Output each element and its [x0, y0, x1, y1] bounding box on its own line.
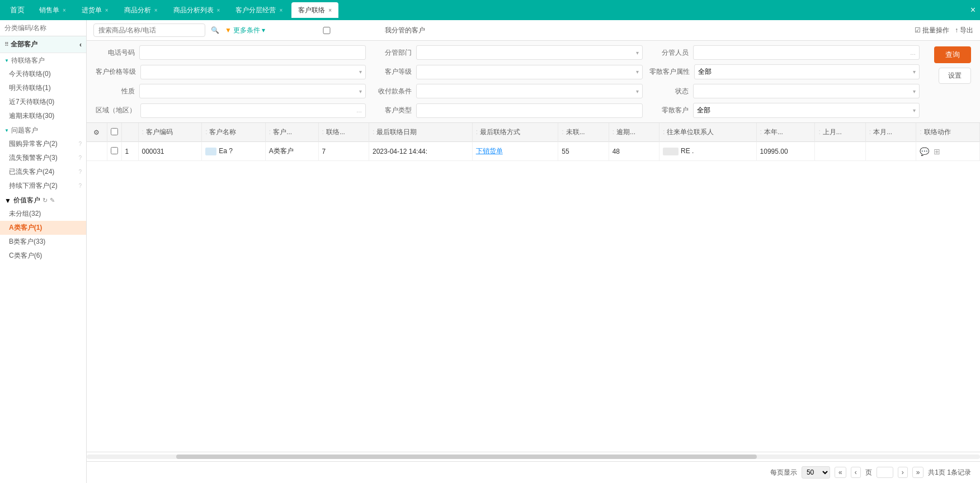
close-purchase-tab[interactable]: × [105, 7, 109, 13]
customer-grade-select[interactable]: ▾ [416, 65, 643, 79]
sidebar-collapse-btn[interactable]: ‹ [79, 41, 82, 49]
query-btn[interactable]: 查询 [934, 46, 971, 63]
sidebar-item-churn-warning[interactable]: 流失预警客户(3) ? [0, 151, 86, 165]
select-all-checkbox[interactable] [111, 128, 118, 135]
col-gear[interactable]: ⚙ [87, 123, 107, 142]
horizontal-scrollbar[interactable] [87, 452, 980, 461]
group-problem-customers[interactable]: ▼ 问题客户 [0, 123, 86, 137]
manager-dots: … [910, 50, 916, 56]
manager-input[interactable]: … [693, 45, 920, 60]
retail-attr-select[interactable]: 全部▾ [694, 64, 920, 79]
export-icon: ↑ [955, 26, 958, 34]
customer-type-label: 客户类型 [373, 106, 412, 115]
sidebar-item-abnormal-hoarding[interactable]: 囤购异常客户(2) ? [0, 137, 86, 151]
total-records-label: 共1页 1条记录 [928, 468, 971, 477]
sidebar-item-overdue-contact[interactable]: 逾期未联络(30) [0, 109, 86, 123]
payment-select[interactable]: ▾ [416, 84, 643, 98]
table-container: ⚙ :客户编码 :客户名称 :客户... :联络... :最后联络日期 :最后联… [87, 123, 980, 452]
col-checkbox [107, 123, 121, 142]
retail-customer-select[interactable]: 全部▾ [693, 103, 920, 118]
filter-search-icon[interactable]: 🔍 [211, 26, 219, 34]
gear-icon[interactable]: ⚙ [93, 129, 100, 136]
sidebar-item-today-contact[interactable]: 今天待联络(0) [0, 67, 86, 81]
row-checkbox-0[interactable] [111, 147, 118, 154]
dept-select[interactable]: ▾ [416, 45, 643, 60]
status-select[interactable]: ▾ [693, 84, 920, 98]
edit-icon[interactable]: ✎ [50, 197, 55, 204]
sidebar-item-7days-contact[interactable]: 近7天待联络(0) [0, 95, 86, 109]
adv-filter-row-1: 电话号码 分管部门 ▾ 分管人员 [96, 45, 920, 60]
action-icon-chat[interactable]: 💬 [920, 147, 929, 156]
tab-sales[interactable]: 销售单 × [32, 2, 73, 18]
setting-btn[interactable]: 设置 [939, 68, 971, 84]
close-sales-tab[interactable]: × [63, 7, 66, 13]
main-layout: 🔍 ⠿ 全部客户 ‹ ▼ 待联络客户 今天待联络(0) 明天待联络(1) 近7天… [0, 20, 980, 483]
next-page-btn[interactable]: › [898, 467, 908, 478]
group-value-customers: ▼ 价值客户 ↻ ✎ [0, 193, 86, 207]
nature-select[interactable]: ▾ [139, 84, 366, 98]
more-filters-btn[interactable]: ▼ 更多条件 ▾ [225, 26, 265, 35]
export-btn[interactable]: ↑ 导出 [955, 26, 973, 35]
scrollbar-thumb[interactable] [176, 454, 757, 459]
first-page-btn[interactable]: « [835, 467, 846, 478]
col-this-month: :本月... [865, 123, 916, 142]
group-waiting-contact[interactable]: ▼ 待联络客户 [0, 53, 86, 67]
col-index [121, 123, 138, 142]
region-label: 区域（地区） [96, 106, 136, 115]
customer-grade-chevron: ▾ [636, 69, 639, 75]
adv-filter-region: 区域（地区） … [96, 103, 366, 118]
sidebar-item-class-a[interactable]: A类客户(1) [0, 221, 86, 235]
close-product-analysis-tab[interactable]: × [154, 7, 158, 13]
sidebar-item-class-b[interactable]: B类客户(33) [0, 235, 86, 249]
batch-op-btn[interactable]: ☑ 批量操作 [915, 26, 949, 35]
row-customer-code: 000031 [138, 142, 202, 161]
adv-filter-retail-customer: 零散客户 全部▾ [649, 103, 920, 118]
tab-product-analysis[interactable]: 商品分析 × [117, 2, 164, 18]
close-customer-segment-tab[interactable]: × [279, 7, 282, 13]
tab-customer-contact[interactable]: 客户联络 × [291, 2, 338, 18]
refresh-icon[interactable]: ↻ [43, 197, 48, 204]
phone-input[interactable] [139, 45, 366, 60]
sidebar-item-ungrouped[interactable]: 未分组(32) [0, 207, 86, 221]
payment-chevron: ▾ [636, 88, 639, 94]
price-grade-label: 客户价格等级 [96, 67, 136, 77]
drag-icon: ⠿ [4, 41, 8, 48]
sidebar-search-input[interactable] [4, 24, 87, 32]
page-size-select[interactable]: 50 10 20 100 [802, 466, 830, 479]
close-customer-contact-tab[interactable]: × [328, 7, 332, 13]
col-customer-code: :客户编码 [138, 123, 202, 142]
my-customer-checkbox[interactable] [271, 27, 383, 34]
customer-type-input[interactable] [416, 103, 643, 118]
sidebar-item-churned[interactable]: 已流失客户(24) ? [0, 165, 86, 179]
tab-product-analysis-list[interactable]: 商品分析列表 × [167, 2, 227, 18]
adv-filter-row-2: 客户价格等级 ▾ 客户等级 ▾ [96, 64, 920, 79]
chevron-icon: ▾ [262, 26, 265, 34]
sidebar-item-declining[interactable]: 持续下滑客户(2) ? [0, 179, 86, 193]
last-page-btn[interactable]: » [912, 467, 924, 478]
home-tab[interactable]: 首页 [4, 3, 30, 17]
sidebar-item-class-c[interactable]: C类客户(6) [0, 249, 86, 263]
close-all-tabs[interactable]: × [970, 5, 976, 15]
manager-label: 分管人员 [649, 48, 689, 58]
row-gear-cell[interactable] [87, 142, 107, 161]
tab-customer-segment[interactable]: 客户分层经营 × [229, 2, 289, 18]
page-input[interactable]: 1 [877, 467, 893, 478]
col-contact-count: :联络... [318, 123, 369, 142]
all-customers-header: ⠿ 全部客户 ‹ [0, 36, 86, 53]
action-icon-qr[interactable]: ⊞ [934, 147, 940, 156]
my-customer-filter[interactable]: 我分管的客户 [271, 26, 425, 35]
scrollbar-track[interactable] [87, 454, 980, 459]
last-contact-link[interactable]: 下销货单 [476, 147, 503, 155]
region-dots: … [356, 107, 362, 113]
price-grade-select[interactable]: ▾ [140, 65, 366, 79]
sidebar-item-tomorrow-contact[interactable]: 明天待联络(1) [0, 81, 86, 95]
row-last-month [815, 142, 865, 161]
region-input[interactable]: … [140, 103, 366, 118]
prev-page-btn[interactable]: ‹ [851, 467, 861, 478]
row-last-contact-method: 下销货单 [472, 142, 558, 161]
tab-purchase[interactable]: 进货单 × [75, 2, 115, 18]
close-product-analysis-list-tab[interactable]: × [217, 7, 220, 13]
adv-filter-phone: 电话号码 [96, 45, 366, 60]
help-icon-2: ? [78, 155, 82, 161]
filter-search-input[interactable] [93, 23, 205, 37]
